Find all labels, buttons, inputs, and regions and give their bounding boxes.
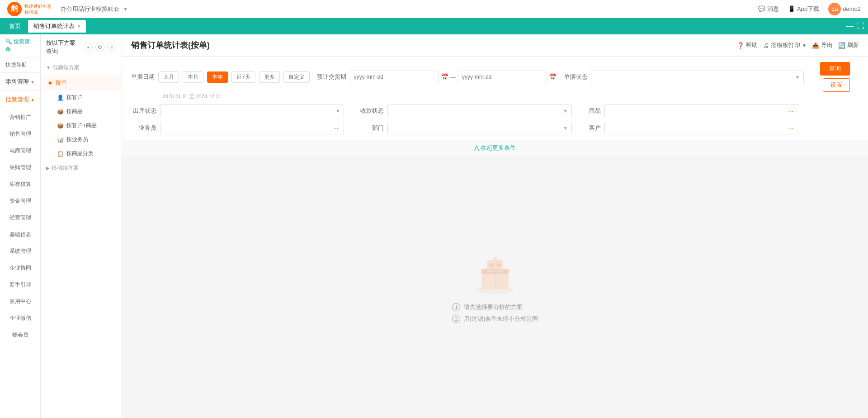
date-btn-more[interactable]: 更多	[259, 71, 280, 83]
tree-item-goods-label: 按商品	[66, 108, 83, 115]
filter-section: 单据日期 上月 本月 本年 近7天 更多 自定义 预计交货期 📅 — 📅	[122, 57, 868, 156]
message-icon: 💬	[758, 5, 765, 12]
tab-home[interactable]: 首页	[4, 20, 26, 33]
tree-item-by-order[interactable]: ● 按单	[41, 75, 122, 90]
sidebar-item-marketing-label: 营销推广	[9, 114, 31, 120]
tab-minimize-btn[interactable]: —	[846, 22, 854, 30]
empty-tip-1: 1 请先选择要分析的方案	[452, 303, 538, 311]
ship-status-select[interactable]: ▼	[160, 104, 344, 117]
help-btn[interactable]: ❓ 帮助	[737, 41, 758, 49]
sidebar-item-wechat[interactable]: 企业微信	[0, 309, 40, 326]
setting-btn[interactable]: 设置	[823, 78, 850, 92]
sidebar-item-newbie[interactable]: 新手引导	[0, 276, 40, 292]
delivery-date-from-icon: 📅	[441, 73, 448, 81]
sidebar-item-ecommerce[interactable]: 电商管理	[0, 142, 40, 158]
tip-2-num: 2	[452, 315, 460, 323]
sidebar-item-inventory[interactable]: 库存核算	[0, 175, 40, 192]
date-btn-last-month[interactable]: 上月	[158, 71, 179, 83]
customer-label: 客户	[586, 124, 601, 132]
tip-1-text: 请先选择要分析的方案	[464, 303, 523, 311]
help-icon: ❓	[737, 42, 744, 49]
date-btn-custom[interactable]: 自定义	[283, 71, 310, 83]
tree-item-by-salesman[interactable]: 📊 按业务员	[48, 133, 122, 147]
tip-2-text: 用[过滤]条件来缩小分析范围	[464, 315, 538, 323]
left-panel-title: 按以下方案查询	[46, 39, 81, 55]
collapse-label: 收起更多条件	[481, 144, 516, 151]
tab-active[interactable]: 销售订单统计表 ×	[28, 20, 86, 33]
status-dropdown-icon: ▼	[795, 75, 800, 80]
sidebar-item-retail[interactable]: 零售管理 ▼	[0, 73, 40, 90]
collapse-btn[interactable]: ⋀ 收起更多条件	[122, 140, 868, 156]
sidebar-item-basic[interactable]: 基础信息	[0, 225, 40, 242]
date-range-display: 2023-01-01 至 2023-12-31	[163, 94, 222, 99]
content-area: 销售订单统计表(按单) ❓ 帮助 🖨 按模板打印 ▼ 📤 导出 🔄 刷新	[122, 34, 868, 418]
sidebar-item-marketing[interactable]: 营销推广	[0, 108, 40, 125]
add-scheme-btn[interactable]: +	[84, 43, 93, 52]
sidebar-search[interactable]: 🔍 搜索菜单	[0, 34, 40, 57]
dept-arrow: ▼	[563, 126, 568, 131]
export-btn[interactable]: 📤 导出	[812, 41, 833, 49]
left-panel-tools: + ⚙ «	[84, 43, 116, 52]
sidebar-item-member-label: 畅会员	[12, 332, 28, 338]
message-label: 消息	[767, 5, 779, 13]
tab-close-icon[interactable]: ×	[77, 23, 80, 29]
sidebar-item-sales[interactable]: 销售管理	[0, 125, 40, 142]
receive-status-select[interactable]: ▼	[387, 104, 571, 117]
tree-sub-pc: 👤 按客户 📦 按商品 📦 按客户+商品 📊 按业务员 📋 按商品分类	[41, 90, 122, 161]
message-btn[interactable]: 💬 消息	[758, 5, 779, 13]
delivery-date-label: 预计交货期	[317, 73, 346, 81]
left-panel: 按以下方案查询 + ⚙ « ▼ 电脑端方案 ● 按单 👤 按客户 📦 按商品	[41, 34, 122, 418]
logo-icon: 鹊	[7, 2, 22, 16]
avatar: Ea	[828, 3, 841, 15]
tree-item-by-customer-goods[interactable]: 📦 按客户+商品	[48, 119, 122, 133]
sidebar-item-appcenter-label: 应用中心	[9, 298, 31, 304]
user-area[interactable]: Ea demo2	[828, 3, 861, 15]
tree-group-pc[interactable]: ▼ 电脑端方案	[41, 60, 122, 75]
date-btn-7days[interactable]: 近7天	[231, 71, 255, 83]
empty-illustration	[468, 251, 522, 296]
tree-group-mobile[interactable]: ▶ 移动端方案	[41, 161, 122, 176]
customer-input[interactable]: ···	[604, 122, 799, 134]
sidebar-item-enterprise[interactable]: 企业协同	[0, 259, 40, 276]
sidebar: 🔍 搜索菜单 快捷导航 零售管理 ▼ 批发管理 ▲ 营销推广 销售管理 电商管理…	[0, 34, 41, 418]
sidebar-item-appcenter[interactable]: 应用中心	[0, 292, 40, 309]
status-select[interactable]: ▼	[591, 71, 804, 83]
sidebar-shortcut[interactable]: 快捷导航	[0, 57, 40, 73]
tree-item-by-goods-cat[interactable]: 📋 按商品分类	[48, 147, 122, 161]
sidebar-item-finance[interactable]: 资金管理	[0, 192, 40, 209]
sidebar-item-member[interactable]: 畅会员	[0, 326, 40, 342]
goods-ellipsis[interactable]: ···	[786, 107, 795, 114]
delivery-date-to-input[interactable]	[458, 71, 547, 83]
sidebar-item-system[interactable]: 系统管理	[0, 242, 40, 259]
goods-input[interactable]: ···	[604, 104, 799, 117]
collapse-panel-btn[interactable]: «	[107, 43, 116, 52]
query-btn[interactable]: 查询	[820, 62, 850, 76]
date-btn-this-year[interactable]: 本年	[207, 71, 228, 83]
dept-select[interactable]: ▼	[387, 122, 571, 134]
settings-scheme-btn[interactable]: ⚙	[95, 43, 104, 52]
salesman-input[interactable]: ···	[160, 122, 344, 134]
sidebar-item-wholesale[interactable]: 批发管理 ▲	[0, 90, 40, 108]
salesman-ellipsis[interactable]: ···	[331, 124, 340, 132]
refresh-icon: 🔄	[838, 42, 845, 49]
delivery-date-from-input[interactable]	[350, 71, 439, 83]
tab-bar: 首页 销售订单统计表 × — ⛶	[0, 18, 868, 34]
top-dropdown-icon[interactable]: ▼	[123, 6, 128, 12]
sidebar-item-purchase-label: 采购管理	[9, 164, 31, 171]
date-label: 单据日期	[131, 73, 155, 81]
customer-ellipsis[interactable]: ···	[786, 124, 795, 132]
sidebar-item-operation[interactable]: 经营管理	[0, 209, 40, 225]
tree-item-by-customer[interactable]: 👤 按客户	[48, 90, 122, 104]
sidebar-item-purchase[interactable]: 采购管理	[0, 158, 40, 175]
print-btn[interactable]: 🖨 按模板打印 ▼	[763, 41, 807, 49]
tree-item-by-goods[interactable]: 📦 按商品	[48, 104, 122, 119]
tab-maximize-btn[interactable]: ⛶	[857, 22, 864, 30]
export-icon: 📤	[812, 42, 819, 49]
ship-status-arrow: ▼	[335, 109, 340, 114]
sidebar-item-newbie-label: 新手引导	[9, 281, 31, 288]
refresh-btn[interactable]: 🔄 刷新	[838, 41, 859, 49]
salesman-label: 业务员	[131, 124, 156, 132]
help-label: 帮助	[746, 41, 758, 49]
app-download-btn[interactable]: 📱 App下载	[788, 5, 819, 13]
date-btn-this-month[interactable]: 本月	[183, 71, 203, 83]
